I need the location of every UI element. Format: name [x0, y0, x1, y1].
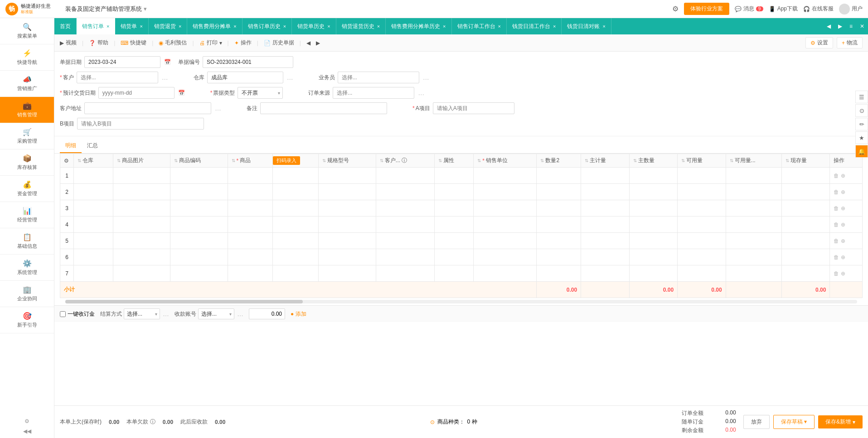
delete-icon[interactable]: 🗑: [834, 221, 839, 228]
toolbar-view[interactable]: ▶ 视频: [60, 39, 77, 47]
tab-sales-order-history[interactable]: 销售订单历史 ×: [242, 18, 292, 34]
cell-r4-c3[interactable]: [228, 217, 272, 233]
cell-r4-c10[interactable]: [581, 217, 630, 233]
cell-r2-c3[interactable]: [228, 184, 272, 200]
cell-r4-c0[interactable]: [74, 217, 113, 233]
cell-r6-c11[interactable]: [629, 249, 678, 265]
cell-r7-c2[interactable]: [170, 265, 228, 282]
th-main-unit[interactable]: 主计量: [581, 154, 630, 168]
online-service-btn[interactable]: 🎧 在线客服: [803, 5, 834, 13]
right-btn-view[interactable]: ⊙: [855, 104, 868, 117]
cell-r4-c7[interactable]: [434, 217, 474, 233]
cell-r3-c6[interactable]: [376, 200, 434, 217]
remarks-input[interactable]: [260, 102, 387, 114]
cell-r6-c8[interactable]: [474, 249, 537, 265]
sidebar-item-sales[interactable]: 💼 销售管理: [0, 97, 54, 123]
th-qty2[interactable]: 数量2: [537, 154, 581, 168]
tab-close-sales-return[interactable]: ×: [179, 24, 181, 29]
delete-icon[interactable]: 🗑: [834, 189, 839, 195]
cell-r2-c10[interactable]: [581, 184, 630, 200]
payment-method-select[interactable]: 选择...: [124, 308, 160, 319]
cell-r7-c0[interactable]: [74, 265, 113, 282]
cell-r5-c14[interactable]: [781, 233, 830, 249]
tab-ar-reconcile[interactable]: 钱货日清对账 ×: [562, 18, 611, 34]
tab-invoice-history[interactable]: 销货单历史 ×: [292, 18, 336, 34]
sidebar-item-search[interactable]: 🔍 搜索菜单: [0, 18, 54, 44]
tab-summary[interactable]: 汇总: [82, 139, 103, 153]
cell-r6-c0[interactable]: [74, 249, 113, 265]
cell-r2-c7[interactable]: [434, 184, 474, 200]
cell-r6-c4[interactable]: [272, 249, 319, 265]
th-product-name[interactable]: *商品: [228, 154, 272, 168]
cell-r4-c9[interactable]: [537, 217, 581, 233]
invoice-type-select-wrap[interactable]: 不开票 普通发票 增值税专票: [238, 87, 283, 99]
tab-close-all-btn[interactable]: ✕: [856, 18, 868, 34]
cell-r2-c11[interactable]: [629, 184, 678, 200]
message-btn[interactable]: 💬 消息 9: [735, 5, 763, 13]
cell-r4-c14[interactable]: [781, 217, 830, 233]
cell-r5-c13[interactable]: [726, 233, 781, 249]
tab-order-workbench[interactable]: 销售订单工作台 ×: [452, 18, 507, 34]
delivery-cal-icon[interactable]: 📅: [178, 90, 185, 96]
cell-r7-c6[interactable]: [376, 265, 434, 282]
th-stock-qty[interactable]: 现存量: [781, 154, 830, 168]
order-source-input[interactable]: [333, 87, 414, 99]
cell-r2-c13[interactable]: [726, 184, 781, 200]
cell-r6-c3[interactable]: [228, 249, 272, 265]
calendar-icon[interactable]: 📅: [164, 59, 171, 65]
cell-r4-c11[interactable]: [629, 217, 678, 233]
sidebar-item-purchase[interactable]: 🛒 采购管理: [0, 123, 54, 149]
toolbar-nav-prev[interactable]: ◀: [306, 40, 310, 46]
warehouse-more-icon[interactable]: …: [287, 74, 293, 81]
cell-r7-c12[interactable]: [678, 265, 726, 282]
cell-r5-c3[interactable]: [228, 233, 272, 249]
th-settings[interactable]: ⚙: [60, 154, 74, 168]
cell-r3-c14[interactable]: [781, 200, 830, 217]
bank-account-select-wrap[interactable]: 选择...: [198, 308, 234, 319]
copy-icon[interactable]: ⊕: [841, 205, 845, 212]
tab-detail[interactable]: 明细: [60, 139, 82, 153]
cell-r1-c8[interactable]: [474, 168, 537, 184]
cell-r4-c2[interactable]: [170, 217, 228, 233]
delete-icon[interactable]: 🗑: [834, 238, 839, 244]
sidebar-item-system[interactable]: ⚙️ 系统管理: [0, 255, 54, 281]
sidebar-item-guide[interactable]: 🎯 新手引导: [0, 307, 54, 333]
tab-close-ar-daily[interactable]: ×: [553, 24, 556, 29]
scan-btn[interactable]: 扫码录入: [273, 156, 300, 165]
tab-close-order-workbench[interactable]: ×: [498, 24, 501, 29]
cell-r2-c0[interactable]: [74, 184, 113, 200]
cell-r5-c1[interactable]: [113, 233, 170, 249]
cell-r1-c9[interactable]: [537, 168, 581, 184]
cell-r6-c5[interactable]: [319, 249, 376, 265]
toolbar-nav-next[interactable]: ▶: [316, 40, 320, 46]
cell-r6-c7[interactable]: [434, 249, 474, 265]
a-project-input[interactable]: [433, 102, 514, 114]
cell-r6-c9[interactable]: [537, 249, 581, 265]
th-unit[interactable]: *销售单位: [474, 154, 537, 168]
cell-r5-c5[interactable]: [319, 233, 376, 249]
cell-r3-c9[interactable]: [537, 200, 581, 217]
single-no-input[interactable]: [203, 56, 293, 68]
cell-r5-c10[interactable]: [581, 233, 630, 249]
payment-method-select-wrap[interactable]: 选择...: [124, 308, 160, 319]
copy-icon[interactable]: ⊕: [841, 221, 845, 228]
th-avail-qty[interactable]: 可用量: [678, 154, 726, 168]
salesperson-more-icon[interactable]: …: [423, 74, 429, 81]
cell-r6-c1[interactable]: [113, 249, 170, 265]
customer-addr-input[interactable]: [84, 102, 211, 114]
sidebar-item-marketing[interactable]: 📣 营销推广: [0, 71, 54, 97]
sidebar-item-inventory[interactable]: 📦 库存核算: [0, 149, 54, 176]
tab-close-sales-order[interactable]: ×: [107, 24, 109, 29]
cell-r1-c12[interactable]: [678, 168, 726, 184]
cell-r4-c5[interactable]: [319, 217, 376, 233]
tab-more-btn[interactable]: ≡: [846, 18, 856, 34]
cell-r1-c6[interactable]: [376, 168, 434, 184]
tab-prev-btn[interactable]: ◀: [823, 18, 834, 34]
cell-r3-c10[interactable]: [581, 200, 630, 217]
sidebar-item-finance[interactable]: 💰 资金管理: [0, 176, 54, 202]
cell-r3-c8[interactable]: [474, 200, 537, 217]
tab-home[interactable]: 首页: [54, 18, 77, 34]
add-product-btn[interactable]: + 物流: [837, 37, 863, 48]
th-avail-qty2[interactable]: 可用量...: [726, 154, 781, 168]
cell-r1-c11[interactable]: [629, 168, 678, 184]
